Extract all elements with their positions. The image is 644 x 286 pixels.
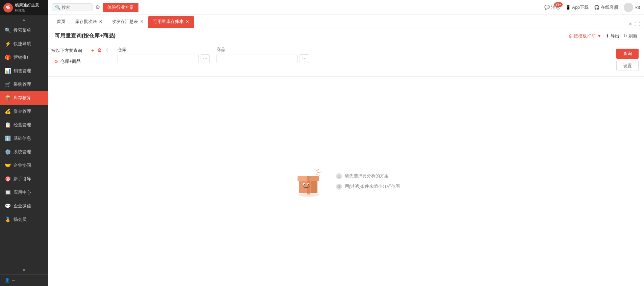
tab-home[interactable]: 首页 bbox=[52, 16, 70, 28]
svg-line-11 bbox=[317, 172, 322, 173]
tab-close-icon[interactable]: ✕ bbox=[140, 19, 144, 24]
sidebar-user-name: ··· bbox=[12, 278, 15, 283]
tab-close-icon[interactable]: ✕ bbox=[186, 19, 189, 24]
export-label: 导出 bbox=[611, 33, 619, 39]
collapse-filter-icon[interactable]: 《 bbox=[104, 47, 108, 54]
goods-more-button[interactable]: ··· bbox=[300, 54, 309, 63]
filter-action-buttons: 查询 设置 bbox=[616, 47, 639, 73]
sidebar-item-label: 搜索菜单 bbox=[14, 27, 31, 33]
dropdown-icon: ▼ bbox=[597, 33, 601, 38]
user-avatar-small: 👤 bbox=[5, 278, 10, 283]
warehouse-more-button[interactable]: ··· bbox=[201, 54, 210, 63]
vip-icon: 🏅 bbox=[5, 216, 11, 223]
maximize-icon[interactable]: ⛶ bbox=[635, 21, 640, 27]
target-icon: 🎯 bbox=[5, 176, 11, 182]
add-scheme-button[interactable]: ＋ bbox=[90, 47, 95, 54]
sidebar-item-label: 快捷导航 bbox=[14, 41, 31, 47]
gift-icon: 🎁 bbox=[5, 54, 11, 60]
topbar-actions: 💬 消息 99+ 📱 App下载 🎧 在线客服 Rit bbox=[544, 3, 640, 12]
sidebar-scroll-up[interactable]: ▲ bbox=[0, 16, 48, 24]
settings-scheme-button[interactable]: ⚙ bbox=[97, 47, 102, 54]
goods-input-row: ··· bbox=[216, 54, 309, 63]
sidebar-item-appcenter[interactable]: 🔲 应用中心 bbox=[0, 186, 48, 199]
refresh-button[interactable]: ↻ 刷新 bbox=[623, 33, 637, 39]
sidebar-item-search[interactable]: 🔍 搜索菜单 bbox=[0, 24, 48, 37]
sidebar-item-label: 畅会员 bbox=[14, 216, 27, 223]
print-label: 按模板打印 bbox=[574, 33, 596, 39]
close-window-icon[interactable]: ✕ bbox=[628, 21, 633, 27]
sidebar-subtitle: 标准版 bbox=[15, 8, 39, 13]
tab-available-ledger[interactable]: 可用量库存账本 ✕ bbox=[148, 16, 194, 28]
sidebar-item-marketing[interactable]: 🎁 营销推广 bbox=[0, 51, 48, 64]
sidebar-footer: 👤 ··· bbox=[0, 274, 48, 286]
sidebar-logo: 畅 bbox=[3, 3, 13, 12]
printer-icon: 🖨 bbox=[568, 33, 572, 38]
sidebar-item-vip[interactable]: 🏅 畅会员 bbox=[0, 213, 48, 226]
tab-batch-ledger[interactable]: 库存批次账 ✕ bbox=[70, 16, 107, 28]
user-profile[interactable]: Rit bbox=[624, 3, 640, 12]
box-illustration bbox=[292, 164, 326, 198]
topbar-search-box[interactable]: 🔍 bbox=[52, 3, 93, 11]
sidebar-item-label: 基础信息 bbox=[14, 135, 31, 141]
shortcut-icon: ⚡ bbox=[5, 41, 11, 47]
sidebar-item-basic[interactable]: ℹ️ 基础信息 bbox=[0, 132, 48, 145]
sidebar-item-label: 库存核算 bbox=[14, 95, 31, 101]
message-button[interactable]: 💬 消息 99+ bbox=[544, 4, 560, 10]
window-controls: ✕ ⛶ bbox=[628, 21, 640, 28]
scheme-icon: ⚙ bbox=[54, 59, 58, 64]
headset-icon: 🎧 bbox=[594, 5, 599, 10]
settings-icon[interactable]: ⚙ bbox=[95, 4, 100, 10]
print-template-button[interactable]: 🖨 按模板打印 ▼ bbox=[568, 33, 601, 39]
trial-industry-button[interactable]: 体验行业方案 bbox=[103, 3, 138, 12]
warehouse-label: 仓库 bbox=[118, 47, 210, 53]
gear-icon: ⚙️ bbox=[5, 149, 11, 155]
page-title: 可用量查询(按仓库+商品) bbox=[55, 32, 115, 40]
query-button[interactable]: 查询 bbox=[616, 49, 639, 59]
money-icon: 💰 bbox=[5, 108, 11, 114]
svg-point-8 bbox=[304, 184, 305, 185]
sidebar-item-entrpwx[interactable]: 💬 企业微信 bbox=[0, 199, 48, 213]
sidebar-item-purchase[interactable]: 🛒 采购管理 bbox=[0, 78, 48, 91]
svg-point-9 bbox=[308, 184, 309, 185]
empty-illustration bbox=[292, 164, 326, 198]
sidebar-header: 畅 畅康通好生意 标准版 bbox=[0, 0, 48, 16]
sidebar-item-label: 应用中心 bbox=[14, 189, 31, 196]
app-download-button[interactable]: 📱 App下载 bbox=[565, 4, 589, 10]
empty-state: ① 请先选择要分析的方案 ② 用[过滤]条件来缩小分析范围 bbox=[48, 77, 644, 286]
tab-close-icon[interactable]: ✕ bbox=[99, 19, 102, 24]
clipboard-icon: 📋 bbox=[5, 122, 11, 128]
sidebar-item-sales[interactable]: 📊 销售管理 bbox=[0, 64, 48, 78]
warehouse-input[interactable] bbox=[118, 54, 199, 63]
main-area: 🔍 ⚙ 体验行业方案 💬 消息 99+ 📱 App下载 🎧 在线客服 Rit bbox=[48, 0, 644, 286]
content-area: 可用量查询(按仓库+商品) 🖨 按模板打印 ▼ ⬆ 导出 ↻ 刷新 bbox=[48, 28, 644, 286]
sidebar-item-enterprise[interactable]: 🤝 企业协同 bbox=[0, 159, 48, 172]
tab-available-label: 可用量库存账本 bbox=[153, 19, 184, 25]
step-num-1: ① bbox=[336, 173, 342, 179]
sidebar-item-inventory[interactable]: 📦 库存核算 bbox=[0, 91, 48, 105]
online-service-button[interactable]: 🎧 在线客服 bbox=[594, 4, 618, 10]
sidebar-item-newguide[interactable]: 🎯 新手引导 bbox=[0, 172, 48, 186]
filter-sidebar: 按以下方案查询 ＋ ⚙ 《 ⚙ 仓库+商品 bbox=[48, 43, 112, 76]
sidebar-item-system[interactable]: ⚙️ 系统管理 bbox=[0, 145, 48, 159]
info-icon: ℹ️ bbox=[5, 135, 11, 141]
sidebar-item-ops[interactable]: 📋 经营管理 bbox=[0, 118, 48, 132]
settings-button[interactable]: 设置 bbox=[616, 61, 639, 71]
sidebar-item-shortcut[interactable]: ⚡ 快捷导航 bbox=[0, 37, 48, 51]
warehouse-filter-field: 仓库 ··· bbox=[118, 47, 210, 63]
search-input[interactable] bbox=[62, 5, 89, 10]
search-icon-small: 🔍 bbox=[55, 5, 60, 10]
scheme-warehouse-goods[interactable]: ⚙ 仓库+商品 bbox=[51, 56, 108, 67]
filter-sidebar-header: 按以下方案查询 ＋ ⚙ 《 bbox=[51, 47, 108, 54]
goods-label: 商品 bbox=[216, 47, 309, 53]
sidebar-item-label: 企业微信 bbox=[14, 203, 31, 209]
goods-input[interactable] bbox=[216, 54, 298, 63]
app-download-label: App下载 bbox=[572, 4, 589, 10]
wechat-icon: 💬 bbox=[5, 203, 11, 209]
warehouse-input-row: ··· bbox=[118, 54, 210, 63]
export-button[interactable]: ⬆ 导出 bbox=[606, 33, 619, 39]
filter-scheme-label: 按以下方案查询 bbox=[51, 48, 82, 54]
sidebar-scroll-down[interactable]: ▼ bbox=[0, 266, 48, 274]
tab-receive-inventory[interactable]: 收发存汇总表 ✕ bbox=[107, 16, 148, 28]
box-icon: 📦 bbox=[5, 95, 11, 101]
sidebar-item-fund[interactable]: 💰 资金管理 bbox=[0, 105, 48, 118]
